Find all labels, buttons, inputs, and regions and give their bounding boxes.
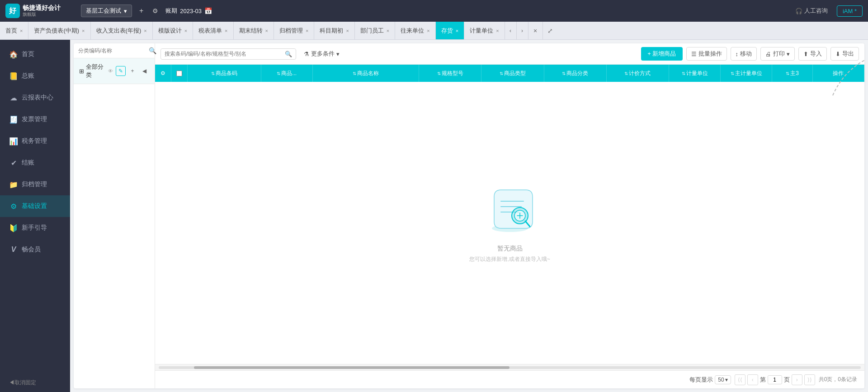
th-barcode-label: 商品条码 xyxy=(216,70,237,77)
tab-inventory-close[interactable]: × xyxy=(456,28,458,33)
th-check[interactable] xyxy=(171,65,188,82)
page-number-input[interactable] xyxy=(768,375,782,384)
th-type[interactable]: ⇅ 商品类型 xyxy=(481,65,544,82)
page-next-btn[interactable]: › xyxy=(792,374,802,385)
th-name-label: 商品名称 xyxy=(357,70,379,77)
content-area: 🔍 ⊞ 全部分类 👁 ✎ + ◀ xyxy=(70,40,868,392)
tab-unit[interactable]: 计量单位 × xyxy=(464,22,505,40)
scrollbar-thumb[interactable] xyxy=(194,366,510,369)
tab-close-all-btn[interactable]: × xyxy=(528,22,543,40)
sort-icon6: ⇅ xyxy=(562,71,566,76)
tab-period[interactable]: 期末结转 × xyxy=(234,22,274,40)
th-code[interactable]: ⇅ 商品... xyxy=(261,65,313,82)
sidebar-item-close[interactable]: ✔ 结账 xyxy=(0,152,70,174)
logo-icon: 好 xyxy=(5,4,20,18)
move-btn[interactable]: ↕ 移动 xyxy=(731,47,757,61)
page-size-dropdown[interactable]: 50 ▾ xyxy=(715,375,731,384)
member-icon: V xyxy=(9,246,18,254)
tab-archive[interactable]: 归档管理 × xyxy=(274,22,314,40)
th-main-unit[interactable]: ⇅ 主计量单位 xyxy=(721,65,772,82)
tab-tax[interactable]: 税表清单 × xyxy=(193,22,233,40)
page-prev-btn[interactable]: ‹ xyxy=(747,374,758,385)
tab-expand-btn[interactable]: ⤢ xyxy=(543,22,557,40)
filter-icon: ⚗ xyxy=(304,51,309,57)
th-barcode[interactable]: ⇅ 商品条码 xyxy=(188,65,261,82)
home-icon: 🏠 xyxy=(9,50,18,59)
category-collapse-btn[interactable]: ◀ xyxy=(139,66,149,76)
tab-balance[interactable]: 资产负债表(中期) × xyxy=(28,22,90,40)
tab-income[interactable]: 收入支出表(年报) × xyxy=(91,22,153,40)
th-settings[interactable]: ⚙ xyxy=(155,65,171,82)
sidebar-item-member[interactable]: V 畅会员 xyxy=(0,239,70,260)
tab-dept-close[interactable]: × xyxy=(387,28,389,33)
tab-contacts-close[interactable]: × xyxy=(427,28,429,33)
tab-home[interactable]: 首页 × xyxy=(0,22,28,40)
page-last-btn[interactable]: ⟩⟩ xyxy=(804,374,815,385)
grid-icon: ⊞ xyxy=(79,68,84,75)
tab-balance-close[interactable]: × xyxy=(82,28,85,33)
th-three[interactable]: ⇅ 主3 xyxy=(772,65,813,82)
tab-tax-close[interactable]: × xyxy=(225,28,227,33)
sidebar-item-tax[interactable]: 📊 税务管理 xyxy=(0,130,70,152)
tab-unit-label: 计量单位 xyxy=(470,27,493,35)
sidebar-item-invoice[interactable]: 🧾 发票管理 xyxy=(0,109,70,130)
pagination: 每页显示 50 ▾ ⟨⟨ ‹ 第 页 › ⟩⟩ xyxy=(155,370,864,388)
th-spec[interactable]: ⇅ 规格型号 xyxy=(419,65,481,82)
total-records: 共0页，0条记录 xyxy=(819,376,857,383)
scrollbar-track[interactable] xyxy=(159,366,861,369)
category-add-btn[interactable]: + xyxy=(127,66,137,76)
tab-unit-close[interactable]: × xyxy=(496,28,499,33)
sidebar-member-label: 畅会员 xyxy=(22,246,41,254)
page-first-btn[interactable]: ⟨⟨ xyxy=(735,374,745,385)
tab-prev-btn[interactable]: ‹ xyxy=(505,22,517,40)
th-name[interactable]: ⇅ 商品名称 xyxy=(313,65,419,82)
page-label: 第 xyxy=(760,376,766,384)
category-search-input[interactable] xyxy=(78,47,146,54)
category-edit-btn[interactable]: ✎ xyxy=(116,66,126,76)
sidebar-settings-label: 基础设置 xyxy=(22,202,47,210)
tab-subject[interactable]: 科目期初 × xyxy=(314,22,354,40)
more-filter-btn[interactable]: ⚗ 更多条件 ▾ xyxy=(300,47,344,60)
sidebar-item-ledger[interactable]: 📒 总账 xyxy=(0,65,70,87)
sidebar-item-guide[interactable]: 🔰 新手引导 xyxy=(0,217,70,239)
print-btn[interactable]: 🖨 打印 ▾ xyxy=(760,47,795,61)
account-btn[interactable]: iAM * xyxy=(837,5,863,17)
tab-template-close[interactable]: × xyxy=(184,28,187,33)
tab-dept[interactable]: 部门员工 × xyxy=(355,22,395,40)
tab-period-close[interactable]: × xyxy=(265,28,268,33)
tab-inventory[interactable]: 存货 × xyxy=(436,22,464,40)
category-all-item[interactable]: ⊞ 全部分类 👁 ✎ + ◀ xyxy=(74,58,155,84)
settings-icon[interactable]: ⚙ xyxy=(151,7,160,14)
select-all-checkbox[interactable] xyxy=(176,71,182,76)
new-product-btn[interactable]: + 新增商品 xyxy=(641,47,682,61)
sidebar-item-settings[interactable]: ⚙ 基础设置 xyxy=(0,195,70,217)
tab-income-close[interactable]: × xyxy=(144,28,146,33)
sidebar-item-archive[interactable]: 📁 归档管理 xyxy=(0,174,70,195)
th-price-method[interactable]: ⇅ 计价方式 xyxy=(607,65,669,82)
category-all-label: 全部分类 xyxy=(86,63,106,79)
batch-op-btn[interactable]: ☰ 批量操作 xyxy=(686,47,727,61)
search-input[interactable] xyxy=(165,51,282,57)
scrollbar-area[interactable] xyxy=(155,364,864,370)
tab-archive-close[interactable]: × xyxy=(306,28,308,33)
th-spec-label: 规格型号 xyxy=(442,70,463,77)
tab-home-close[interactable]: × xyxy=(20,28,23,33)
tab-contacts[interactable]: 往来单位 × xyxy=(395,22,435,40)
human-service-btn[interactable]: 🎧 人工咨询 xyxy=(792,5,831,17)
add-tab-btn[interactable]: + xyxy=(137,7,145,15)
company-selector[interactable]: 基层工会测试 ▾ xyxy=(81,5,132,17)
calendar-icon[interactable]: 📅 xyxy=(204,7,212,14)
print-icon: 🖨 xyxy=(765,51,771,57)
sidebar-item-home[interactable]: 🏠 首页 xyxy=(0,43,70,65)
tab-template-label: 模版设计 xyxy=(158,27,182,35)
close-period-icon: ✔ xyxy=(9,159,18,167)
th-category[interactable]: ⇅ 商品分类 xyxy=(544,65,607,82)
sidebar-pin-toggle[interactable]: ◀取消固定 xyxy=(0,373,70,392)
tab-template[interactable]: 模版设计 × xyxy=(153,22,193,40)
search-bar-icon[interactable]: 🔍 xyxy=(285,51,292,57)
sidebar-item-report[interactable]: ☁ 云报表中心 xyxy=(0,87,70,109)
tab-subject-close[interactable]: × xyxy=(346,28,349,33)
th-unit[interactable]: ⇅ 计量单位 xyxy=(669,65,721,82)
tab-next-btn[interactable]: › xyxy=(517,22,528,40)
import-btn[interactable]: ⬆ 导入 xyxy=(798,47,827,61)
